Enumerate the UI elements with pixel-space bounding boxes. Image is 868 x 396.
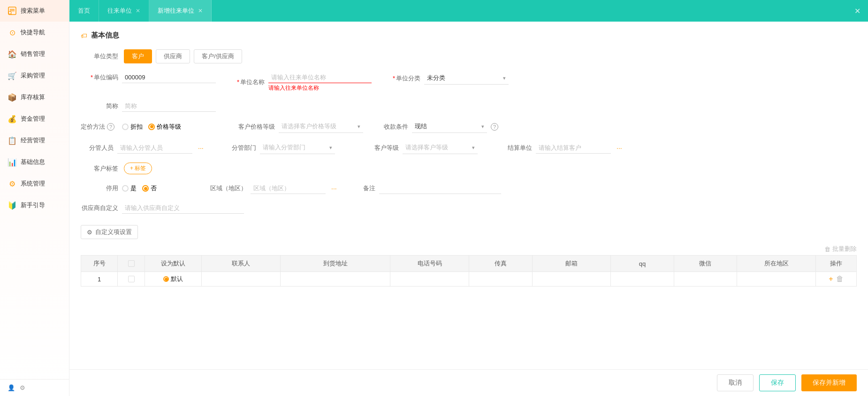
unit-name-error: 请输入往来单位名称 (268, 84, 372, 92)
contact-input[interactable] (222, 276, 260, 283)
quick-nav-icon: ⊙ (8, 28, 17, 37)
cell-email[interactable] (532, 272, 611, 287)
th-phone: 电话号码 (390, 256, 469, 272)
add-row-btn[interactable]: + (829, 275, 833, 283)
area-input[interactable] (758, 276, 795, 283)
unit-name-input[interactable] (268, 72, 372, 83)
disabled-yes[interactable]: 是 (122, 184, 137, 193)
cell-wechat[interactable] (674, 272, 737, 287)
table-header: 序号 设为默认 联系人 到货地址 电话号码 传真 邮箱 qq 微信 所在地区 操… (81, 256, 857, 272)
customer-tag-label: 客户标签 (81, 164, 118, 173)
unit-category-value: 未分类 (427, 74, 445, 82)
pricing-help-icon[interactable]: ? (107, 123, 114, 131)
region-group: 区域（地区） ··· (209, 183, 341, 194)
th-fax: 传真 (469, 256, 532, 272)
cell-area[interactable] (737, 272, 816, 287)
cell-address[interactable] (281, 272, 390, 287)
unit-type-both-btn[interactable]: 客户/供应商 (194, 49, 242, 63)
manager-input[interactable] (117, 142, 192, 154)
email-input[interactable] (553, 276, 590, 283)
save-button[interactable]: 保存 (759, 374, 796, 391)
region-more-btn[interactable]: ··· (329, 185, 339, 192)
chevron-down-icon-3: ▾ (481, 124, 484, 130)
supplier-custom-input[interactable] (122, 202, 244, 214)
th-address: 到货地址 (281, 256, 390, 272)
department-select[interactable]: 请输入分管部门 ▾ (260, 141, 335, 154)
inventory-icon: 📦 (8, 93, 17, 102)
unit-name-group: *单位名称 请输入往来单位名称 (227, 72, 372, 92)
sidebar-item-operations[interactable]: 📋 经营管理 (0, 130, 69, 151)
cell-contact[interactable] (202, 272, 281, 287)
payment-help-icon[interactable]: ? (491, 123, 498, 131)
region-input[interactable] (251, 183, 326, 194)
customer-level-select[interactable]: 请选择客户等级 ▾ (403, 141, 478, 154)
customer-price-level-select[interactable]: 请选择客户价格等级 ▾ (279, 120, 363, 133)
department-label: 分管部门 (223, 144, 256, 152)
sidebar-item-purchase-label: 采购管理 (21, 71, 45, 80)
batch-delete-label[interactable]: 批量删除 (832, 245, 857, 253)
save-new-button[interactable]: 保存并新增 (801, 374, 857, 391)
settlement-more-btn[interactable]: ··· (615, 144, 624, 152)
tab-new-partner-close[interactable]: ✕ (198, 8, 203, 14)
sidebar-user-icon: 👤 (8, 384, 15, 391)
row-checkbox[interactable] (128, 276, 135, 282)
th-email: 邮箱 (532, 256, 611, 272)
qq-input[interactable] (628, 276, 656, 283)
short-name-input[interactable] (122, 101, 216, 112)
sidebar-item-quick-nav[interactable]: ⊙ 快捷导航 (0, 22, 69, 43)
remarks-input[interactable] (379, 183, 501, 194)
delete-row-btn[interactable]: 🗑 (836, 275, 844, 283)
sidebar-item-inventory[interactable]: 📦 库存核算 (0, 86, 69, 108)
sidebar-item-system[interactable]: ⚙ 系统管理 (0, 173, 69, 194)
pricing-radio-discount[interactable]: 折扣 (122, 123, 143, 131)
tab-new-partner[interactable]: 新增往来单位 ✕ (149, 0, 212, 22)
fax-input[interactable] (487, 276, 515, 283)
sidebar-item-base-info[interactable]: 📊 基础信息 (0, 151, 69, 173)
cell-qq[interactable] (611, 272, 674, 287)
custom-settings-label: 自定义项设置 (95, 228, 132, 236)
remarks-label: 备注 (352, 184, 375, 193)
batch-delete-icon: 🗑 (824, 246, 830, 253)
custom-settings-btn[interactable]: ⚙ 自定义项设置 (81, 225, 138, 239)
cell-fax[interactable] (469, 272, 532, 287)
payment-terms-select[interactable]: 现结 ▾ (412, 120, 487, 133)
address-input[interactable] (307, 276, 364, 283)
select-all-checkbox[interactable] (128, 260, 135, 267)
pricing-price-level-radio (148, 124, 155, 130)
tab-partners-close[interactable]: ✕ (136, 8, 140, 14)
unit-type-label: 单位类型 (81, 52, 118, 61)
cancel-button[interactable]: 取消 (717, 374, 754, 391)
tab-partners[interactable]: 往来单位 ✕ (99, 0, 149, 22)
manager-more-btn[interactable]: ··· (196, 144, 206, 152)
tab-bar-close[interactable]: ✕ (847, 7, 868, 16)
sidebar-item-new-guide-label: 新手引导 (21, 201, 45, 210)
search-menu-icon (8, 6, 17, 16)
unit-code-input[interactable] (122, 72, 216, 83)
unit-category-select[interactable]: 未分类 ▾ (424, 72, 509, 85)
sidebar-item-purchase[interactable]: 🛒 采购管理 (0, 65, 69, 86)
th-seq: 序号 (81, 256, 118, 272)
cell-phone[interactable] (390, 272, 469, 287)
manager-row: 分管人员 ··· 分管部门 请输入分管部门 ▾ 客户等级 请选择客户等级 ▾ 结… (81, 141, 857, 154)
unit-type-customer-btn[interactable]: 客户 (124, 49, 152, 63)
sidebar-item-search-menu[interactable]: 搜索菜单 (0, 0, 69, 22)
phone-input[interactable] (411, 276, 449, 283)
sidebar-item-inventory-label: 库存核算 (21, 93, 45, 101)
tab-home[interactable]: 首页 (69, 0, 99, 22)
settlement-input[interactable] (536, 142, 611, 154)
unit-name-required: * (237, 78, 239, 85)
svg-point-3 (8, 11, 11, 14)
sidebar-item-sales[interactable]: 🏠 销售管理 (0, 43, 69, 65)
sidebar-item-new-guide[interactable]: 🔰 新手引导 (0, 194, 69, 216)
manager-group: 分管人员 ··· (81, 142, 212, 154)
sidebar-item-finance[interactable]: 💰 资金管理 (0, 108, 69, 130)
cell-checkbox (118, 272, 145, 287)
unit-type-supplier-btn[interactable]: 供应商 (156, 49, 190, 63)
pricing-radio-price-level[interactable]: 价格等级 (148, 123, 181, 131)
supplier-custom-group: 供应商自定义 (81, 202, 857, 214)
disabled-no[interactable]: 否 (142, 184, 157, 193)
wechat-input[interactable] (691, 276, 719, 283)
add-tag-btn[interactable]: + 标签 (124, 163, 152, 174)
remarks-group: 备注 (352, 183, 501, 194)
unit-info-row: *单位编码 *单位名称 请输入往来单位名称 *单位分类 未分类 (81, 72, 857, 92)
